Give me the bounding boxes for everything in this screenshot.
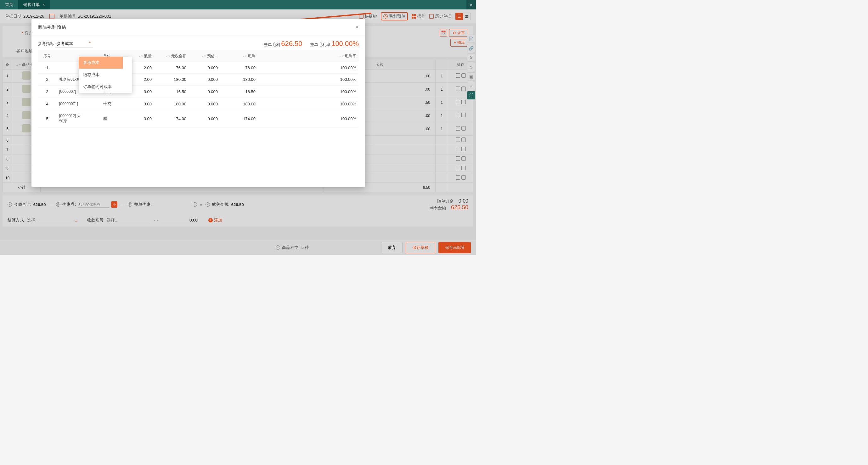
col-rate[interactable]: ▲▼毛利率 [258, 50, 359, 62]
modal-close-button[interactable]: × [355, 24, 359, 31]
dropdown-option[interactable]: 参考成本 [79, 57, 123, 69]
col-profit[interactable]: ▲▼毛利 [220, 50, 258, 62]
col-no: 序号 [38, 50, 57, 62]
total-rate-label: 整单毛利率 [310, 42, 331, 47]
total-rate-value: 100.00% [332, 40, 359, 48]
ref-indicator-label: 参考指标 [38, 41, 54, 46]
total-profit-value: 626.50 [281, 40, 302, 48]
modal-title: 商品毛利预估 [38, 24, 66, 30]
dropdown-option[interactable]: 结存成本 [79, 69, 132, 81]
ref-indicator-select[interactable]: 参考成本⌃ [55, 40, 93, 48]
chevron-up-icon: ⌃ [88, 41, 92, 45]
col-notax[interactable]: ▲▼无税金额 [154, 50, 189, 62]
profit-row: 4[00000071]千克3.00180.000.000180.00100.00… [38, 98, 359, 110]
dropdown-option[interactable]: 订单签约时成本 [79, 81, 132, 93]
col-est[interactable]: ▲▼预估... [189, 50, 220, 62]
profit-row: 5[0000012] 大 50斤箱3.00174.000.000174.0010… [38, 110, 359, 127]
profit-estimate-modal: 商品毛利预估 × 参考指标 参考成本⌃ 整单毛利 626.50 整单毛利率 10… [31, 19, 365, 187]
total-profit-label: 整单毛利 [264, 42, 280, 47]
ref-indicator-dropdown: 参考成本 结存成本 订单签约时成本 [79, 57, 132, 93]
